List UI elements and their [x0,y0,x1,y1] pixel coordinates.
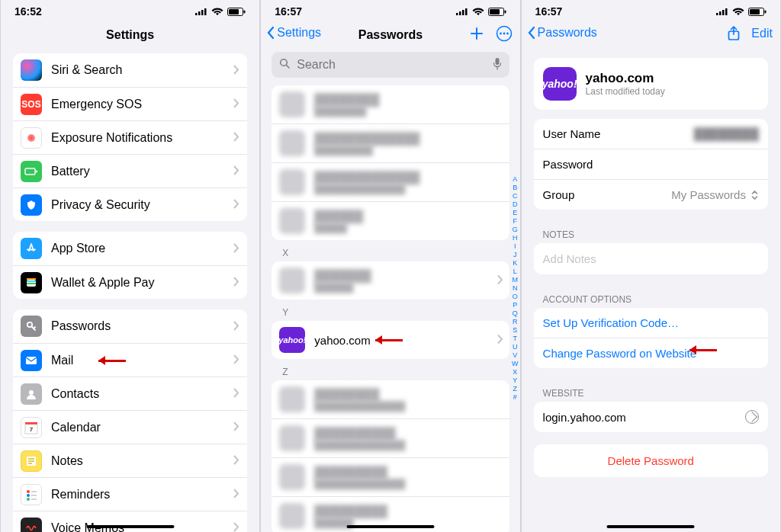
add-button[interactable] [468,25,485,42]
settings-row-reminders[interactable]: Reminders [13,477,247,511]
wifi-icon [211,8,223,16]
share-button[interactable] [727,25,741,42]
settings-row-notes[interactable]: Notes [13,444,247,477]
status-time: 16:57 [535,5,563,18]
notes-placeholder[interactable]: Add Notes [534,243,768,274]
last-modified: Last modified today [586,86,665,97]
home-indicator[interactable] [346,525,434,528]
password-item[interactable]: ███████████████████████████ [272,162,509,201]
row-label: Calendar [51,421,229,434]
settings-row-contacts[interactable]: Contacts [13,377,247,410]
password-item[interactable]: ████████████████████████ [272,418,509,457]
chevron-right-icon [233,421,239,434]
index-letter[interactable]: T [512,335,519,343]
settings-row-battery[interactable]: Battery [13,154,247,187]
status-time: 16:57 [275,5,302,18]
password-key: Password [543,158,593,171]
status-time: 16:52 [14,5,42,18]
index-letter[interactable]: A [512,175,519,184]
settings-row-wallet[interactable]: Wallet & Apple Pay [13,265,247,299]
more-button[interactable] [496,25,513,42]
svg-text:7: 7 [30,426,34,433]
settings-row-calendar[interactable]: 7 Calendar [13,410,247,444]
edit-button[interactable]: Edit [751,27,773,40]
row-label: Emergency SOS [51,98,229,111]
index-letter[interactable]: J [512,251,519,259]
change-password-link[interactable]: Change Password on Website [534,338,768,368]
exposure-icon [21,127,42,149]
row-label: Passwords [51,319,229,333]
svg-point-34 [506,33,509,35]
password-item[interactable]: ███████████████████████ [272,457,509,496]
settings-row-appstore[interactable]: App Store [13,232,247,265]
password-item-label: yahoo.com [314,334,370,347]
mic-icon[interactable] [493,57,502,72]
svg-rect-6 [244,10,246,13]
index-letter[interactable]: Y [512,377,519,385]
index-letter[interactable]: Q [512,309,519,318]
svg-point-33 [503,33,505,35]
back-button[interactable]: Passwords [528,26,597,40]
group-row[interactable]: Group My Passwords [534,179,768,210]
chevron-right-icon [233,198,239,211]
home-indicator[interactable] [86,525,174,528]
settings-row-exposure[interactable]: Exposure Notifications [13,120,247,154]
index-letter[interactable]: P [512,301,519,309]
back-button[interactable]: Settings [267,26,321,40]
delete-password-button[interactable]: Delete Password [534,444,768,477]
index-letter[interactable]: # [512,393,519,402]
up-down-icon [750,190,759,200]
username-row[interactable]: User Name ████████ [534,119,768,149]
chevron-left-icon [267,26,275,40]
home-indicator[interactable] [607,525,695,528]
index-letter[interactable]: U [512,343,519,351]
password-item[interactable]: ████████████████ [272,85,509,123]
signal-icon [456,8,468,16]
index-letter[interactable]: W [512,360,519,368]
settings-row-emergency-sos[interactable]: SOS Emergency SOS [13,87,247,120]
index-letter[interactable]: R [512,318,519,326]
svg-rect-8 [36,170,37,172]
password-item[interactable]: ███████████ [272,201,509,240]
site-title: yahoo.com [586,71,665,86]
search-input[interactable] [295,57,487,72]
index-letter[interactable]: K [512,259,519,268]
notes-group[interactable]: Add Notes [534,243,768,274]
settings-row-voicememos[interactable]: Voice Memos [13,511,247,532]
settings-row-privacy[interactable]: Privacy & Security [13,187,247,221]
index-letter[interactable]: N [512,284,519,293]
nav-header: Settings Passwords [261,23,519,50]
index-letter[interactable]: F [512,217,519,226]
index-letter[interactable]: E [512,209,519,217]
chevron-right-icon [497,274,503,287]
index-letter[interactable]: O [512,293,519,301]
index-letter[interactable]: X [512,368,519,377]
index-letter[interactable]: B [512,184,519,192]
settings-row-mail[interactable]: Mail [13,343,247,377]
settings-row-siri[interactable]: Siri & Search [13,53,247,87]
index-letter[interactable]: V [512,351,519,360]
settings-row-passwords[interactable]: Passwords [13,309,247,343]
index-letter[interactable]: I [512,242,519,251]
index-letter[interactable]: L [512,268,519,276]
website-row[interactable]: login.yahoo.com [534,402,768,432]
index-letter[interactable]: S [512,326,519,335]
setup-verification-link[interactable]: Set Up Verification Code… [534,308,768,338]
passwords-content: ████████████████ ██████████████████████ … [261,84,519,532]
search-field[interactable] [272,52,509,78]
password-item[interactable]: ██████████████████████ [272,123,509,162]
index-letter[interactable]: M [512,276,519,284]
index-letter[interactable]: C [512,192,519,200]
index-letter[interactable]: Z [512,385,519,393]
website-caption: WEBSITE [522,380,780,402]
alphabet-index[interactable]: ABCDEFGHIJKLMNOPQRSTUVWXYZ# [512,175,519,402]
index-letter[interactable]: G [512,226,519,234]
password-item[interactable]: ██████████████████████ [272,380,509,418]
password-row[interactable]: Password [534,149,768,179]
password-item-yahoo[interactable]: yahoo! yahoo.com [272,321,509,359]
index-letter[interactable]: D [512,200,519,209]
index-letter[interactable]: H [512,234,519,242]
section-z: Z [261,365,519,380]
contacts-icon [21,383,42,405]
password-item[interactable]: █████████████ [272,261,509,300]
